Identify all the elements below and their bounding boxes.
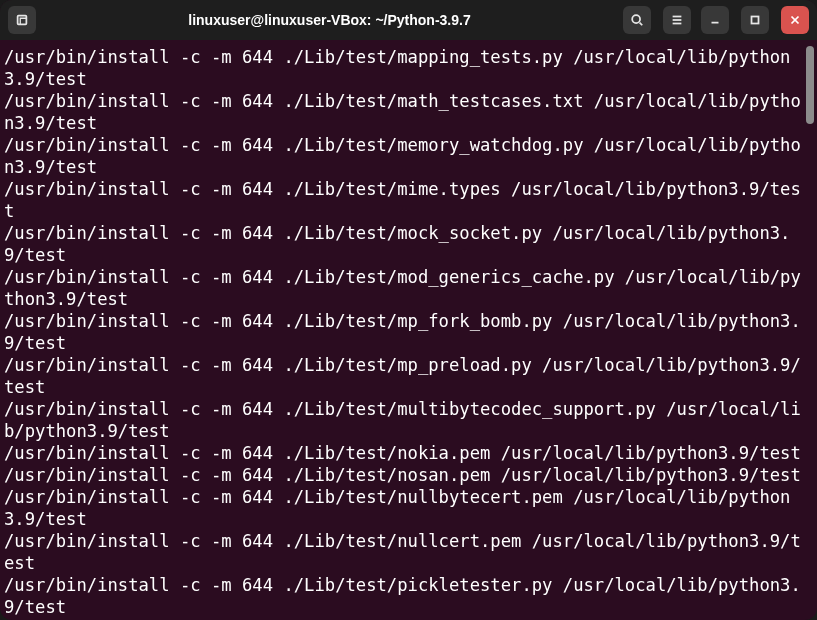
svg-rect-0	[18, 16, 27, 25]
svg-line-2	[640, 23, 643, 26]
hamburger-icon	[670, 13, 684, 27]
search-button[interactable]	[623, 6, 651, 34]
window-title: linuxuser@linuxuser-VBox: ~/Python-3.9.7	[42, 12, 617, 28]
terminal-output: /usr/bin/install -c -m 644 ./Lib/test/ma…	[4, 46, 809, 620]
terminal-body[interactable]: /usr/bin/install -c -m 644 ./Lib/test/ma…	[0, 40, 817, 620]
svg-rect-7	[752, 17, 759, 24]
terminal-window: linuxuser@linuxuser-VBox: ~/Python-3.9.7	[0, 0, 817, 620]
svg-point-1	[632, 15, 640, 23]
close-button[interactable]	[781, 6, 809, 34]
minimize-button[interactable]	[701, 6, 729, 34]
new-tab-icon	[15, 13, 29, 27]
search-icon	[630, 13, 644, 27]
close-icon	[788, 13, 802, 27]
maximize-icon	[748, 13, 762, 27]
minimize-icon	[708, 13, 722, 27]
titlebar: linuxuser@linuxuser-VBox: ~/Python-3.9.7	[0, 0, 817, 40]
menu-button[interactable]	[663, 6, 691, 34]
maximize-button[interactable]	[741, 6, 769, 34]
scrollbar-thumb[interactable]	[806, 46, 814, 124]
new-tab-button[interactable]	[8, 6, 36, 34]
